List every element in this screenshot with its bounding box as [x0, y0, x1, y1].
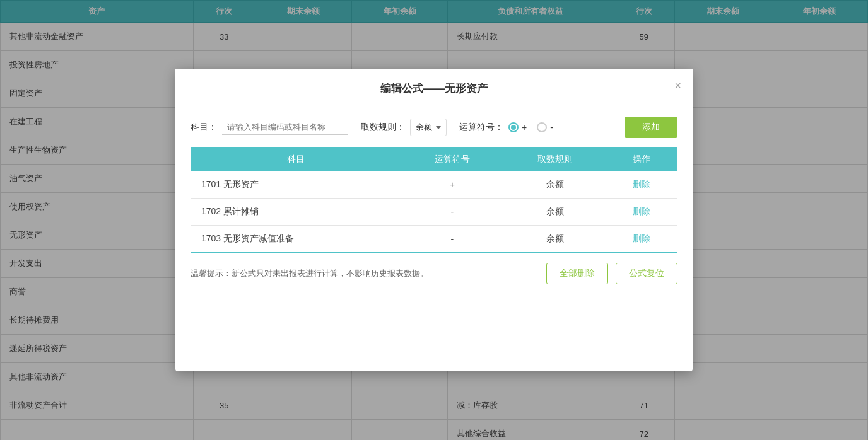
formula-table-row: 1701 无形资产 + 余额 删除 [191, 171, 677, 199]
formula-operator: + [401, 171, 503, 199]
modal-header: 编辑公式——无形资产 × [175, 69, 693, 105]
formula-rule: 余额 [503, 226, 606, 253]
reset-formula-button[interactable]: 公式复位 [616, 263, 677, 284]
formula-operator: - [401, 226, 503, 253]
formula-operator: - [401, 199, 503, 226]
radio-plus-label: + [522, 122, 527, 132]
subject-label: 科目： [191, 122, 217, 133]
rule-select[interactable]: 余额 [410, 119, 447, 136]
modal-close-button[interactable]: × [674, 80, 681, 91]
rule-select-value: 余额 [416, 122, 432, 133]
modal-overlay: 编辑公式——无形资产 × 科目： 取数规则： 余额 运算符号： [0, 0, 868, 440]
formula-action[interactable]: 删除 [606, 226, 677, 253]
delete-row-link[interactable]: 删除 [633, 206, 650, 216]
footer-buttons: 全部删除 公式复位 [546, 263, 677, 284]
delete-row-link[interactable]: 删除 [633, 233, 650, 243]
radio-minus-circle [537, 122, 547, 132]
radio-minus[interactable]: - [537, 122, 553, 132]
formula-subject: 1701 无形资产 [191, 171, 401, 199]
formula-subject: 1703 无形资产减值准备 [191, 226, 401, 253]
operator-group: 运算符号： + - [459, 122, 553, 133]
formula-rule: 余额 [503, 199, 606, 226]
subject-input[interactable] [222, 120, 348, 135]
formula-rule: 余额 [503, 171, 606, 199]
th-rule: 取数规则 [503, 148, 606, 172]
radio-plus-circle [508, 122, 519, 132]
inner-table-wrap: 科目 运算符号 取数规则 操作 1701 无形资产 + 余额 删除 1702 累… [175, 147, 693, 253]
formula-action[interactable]: 删除 [606, 171, 677, 199]
operator-label: 运算符号： [459, 122, 503, 133]
modal-title: 编辑公式——无形资产 [380, 83, 488, 95]
formula-table-row: 1702 累计摊销 - 余额 删除 [191, 199, 677, 226]
formula-subject: 1702 累计摊销 [191, 199, 401, 226]
delete-row-link[interactable]: 删除 [633, 179, 650, 189]
footer-tip: 温馨提示：新公式只对未出报表进行计算，不影响历史报表数据。 [191, 268, 428, 279]
modal-footer: 温馨提示：新公式只对未出报表进行计算，不影响历史报表数据。 全部删除 公式复位 [175, 253, 693, 291]
operator-radio-group: + - [508, 122, 553, 132]
modal-dialog: 编辑公式——无形资产 × 科目： 取数规则： 余额 运算符号： [175, 69, 693, 371]
formula-action[interactable]: 删除 [606, 199, 677, 226]
modal-form-row: 科目： 取数规则： 余额 运算符号： + [175, 105, 693, 147]
delete-all-button[interactable]: 全部删除 [546, 263, 608, 284]
subject-group: 科目： [191, 120, 348, 135]
rule-label: 取数规则： [361, 122, 405, 133]
th-operator: 运算符号 [401, 148, 503, 172]
formula-table: 科目 运算符号 取数规则 操作 1701 无形资产 + 余额 删除 1702 累… [191, 147, 677, 253]
formula-table-row: 1703 无形资产减值准备 - 余额 删除 [191, 226, 677, 253]
radio-plus[interactable]: + [508, 122, 527, 132]
add-button[interactable]: 添加 [625, 117, 677, 138]
radio-minus-label: - [550, 122, 553, 132]
th-action: 操作 [606, 148, 677, 172]
rule-group: 取数规则： 余额 [361, 119, 447, 136]
th-subject: 科目 [191, 148, 401, 172]
chevron-down-icon [436, 126, 441, 129]
